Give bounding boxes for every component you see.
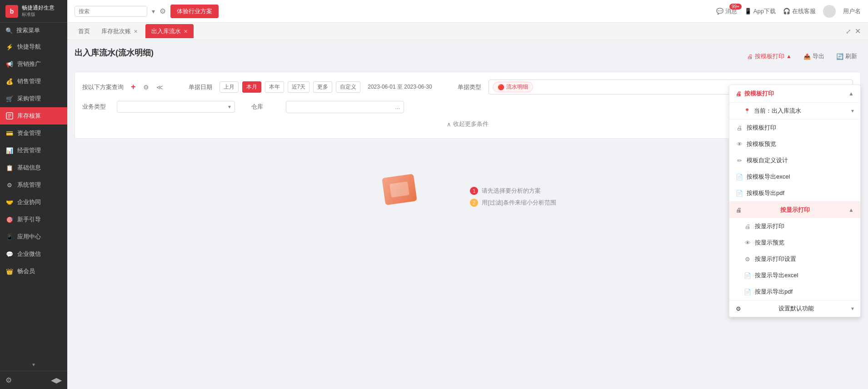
app-download-btn[interactable]: 📱 App下载 xyxy=(744,7,776,15)
filter-settings-icon[interactable]: ⚙ xyxy=(143,84,149,91)
refresh-icon: 🔄 xyxy=(836,53,843,60)
dropdown-display-preview[interactable]: 👁 按显示预览 xyxy=(729,234,860,251)
sidebar-item-system[interactable]: ⚙ 系统管理 xyxy=(0,176,67,194)
tab-inventory-flow-close[interactable]: ✕ xyxy=(184,29,188,35)
online-service-btn[interactable]: 🎧 在线客服 xyxy=(783,7,816,15)
sidebar-item-corp[interactable]: 🤝 企业协同 xyxy=(0,194,67,211)
sidebar-footer: ⚙ ◀▶ xyxy=(0,371,67,389)
page-content: 出入库流水(流水明细) 🖨 按模板打印 ▲ 📤 导出 🔄 刷新 xyxy=(67,40,868,389)
dropdown-collapse-arrow[interactable]: ▲ xyxy=(848,90,854,97)
dropdown-template-pdf[interactable]: 📄 按模板导出pdf xyxy=(729,185,860,201)
biz-type-select[interactable]: ▾ xyxy=(117,101,235,113)
sidebar-item-label: 资金管理 xyxy=(17,129,41,137)
tab-inventory-flow-label: 出入库流水 xyxy=(151,27,181,35)
industry-btn[interactable]: 体验行业方案 xyxy=(170,5,219,18)
collapse-up-icon: ∧ xyxy=(447,121,451,128)
sidebar-item-label: 库存核算 xyxy=(17,112,41,120)
user-avatar[interactable] xyxy=(823,5,836,18)
dropdown-header: 🖨 按模板打印 ▲ xyxy=(729,85,860,103)
export-btn[interactable]: 📤 导出 xyxy=(800,50,828,62)
topbar-dropdown-arrow[interactable]: ▾ xyxy=(152,8,155,15)
warehouse-select[interactable]: ... xyxy=(286,101,404,113)
sidebar-item-sales[interactable]: 💰 销售管理 xyxy=(0,73,67,90)
dropdown-display-section[interactable]: 🖨 按显示打印 ▲ xyxy=(729,202,860,218)
sidebar-item-basic[interactable]: 📋 基础信息 xyxy=(0,159,67,176)
message-btn[interactable]: 💬 消息 99+ xyxy=(716,7,737,15)
tabs-close-icon[interactable]: ✕ xyxy=(855,27,861,35)
scroll-down-arrow[interactable]: ▼ xyxy=(30,360,38,369)
display-pdf-icon: 📄 xyxy=(744,288,751,295)
sidebar-item-operations[interactable]: 📊 经营管理 xyxy=(0,142,67,159)
date-more[interactable]: 更多 xyxy=(313,81,332,93)
dropdown-current[interactable]: 📍 当前：出入库流水 ▾ xyxy=(729,103,860,119)
tabs-resize-icon[interactable]: ⤢ xyxy=(846,28,851,35)
display-section-icon: 🖨 xyxy=(736,207,742,214)
logo-icon: b xyxy=(5,5,18,18)
sidebar-item-finance[interactable]: 💳 资金管理 xyxy=(0,125,67,142)
date-label: 单据日期 xyxy=(189,83,216,91)
main-area: ▾ ⚙ 体验行业方案 💬 消息 99+ 📱 App下载 🎧 在线客服 用户名 首… xyxy=(67,0,868,389)
step2-label: 用[过滤]条件来缩小分析范围 xyxy=(482,199,556,207)
sidebar-item-guide[interactable]: 🎯 新手引导 xyxy=(0,211,67,228)
sidebar-item-label: 系统管理 xyxy=(17,181,41,189)
display-preview-text: 按显示预览 xyxy=(755,239,784,247)
sidebar-item-apps[interactable]: 📱 应用中心 xyxy=(0,228,67,245)
sales-icon: 💰 xyxy=(5,77,14,85)
vip-icon: 👑 xyxy=(5,267,14,275)
marketing-icon: 📢 xyxy=(5,60,14,68)
tab-inventory-flow[interactable]: 出入库流水 ✕ xyxy=(145,24,194,38)
refresh-btn[interactable]: 🔄 刷新 xyxy=(833,50,861,62)
dropdown-display-pdf[interactable]: 📄 按显示导出pdf xyxy=(729,284,860,300)
topbar: ▾ ⚙ 体验行业方案 💬 消息 99+ 📱 App下载 🎧 在线客服 用户名 xyxy=(67,0,868,23)
template-preview-text: 按模板预览 xyxy=(747,140,776,148)
dropdown-display-print[interactable]: 🖨 按显示打印 xyxy=(729,218,860,234)
template-print-btn[interactable]: 🖨 按模板打印 ▲ xyxy=(743,50,795,62)
warehouse-label: 仓库 xyxy=(251,103,279,111)
collapse-icon[interactable]: ◀▶ xyxy=(51,376,62,384)
message-icon: 💬 xyxy=(716,8,723,15)
headset-icon: 🎧 xyxy=(783,8,790,15)
topbar-gear-icon[interactable]: ⚙ xyxy=(160,7,166,15)
biz-type-arrow: ▾ xyxy=(228,104,231,110)
export-label: 导出 xyxy=(813,52,824,60)
search-menu-label: 搜索菜单 xyxy=(16,26,40,35)
dropdown-footer-label: 设置默认功能 xyxy=(778,304,814,313)
dropdown-template-excel[interactable]: 📄 按模板导出excel xyxy=(729,169,860,185)
date-last-month[interactable]: 上月 xyxy=(219,81,239,93)
settings-icon[interactable]: ⚙ xyxy=(5,376,12,384)
tab-inventory-batch-close[interactable]: ✕ xyxy=(134,29,138,35)
display-excel-text: 按显示导出excel xyxy=(755,271,798,279)
tab-inventory-batch[interactable]: 库存批次账 ✕ xyxy=(95,24,144,38)
sidebar-item-vip[interactable]: 👑 畅会员 xyxy=(0,263,67,280)
dropdown-template-print[interactable]: 🖨 按模板打印 xyxy=(729,120,860,136)
purchase-icon: 🛒 xyxy=(5,95,14,103)
sidebar-item-purchase[interactable]: 🛒 采购管理 xyxy=(0,90,67,107)
topbar-search-input[interactable] xyxy=(75,6,147,17)
inventory-icon xyxy=(5,112,14,120)
username[interactable]: 用户名 xyxy=(843,7,861,15)
sidebar-item-quick-nav[interactable]: ⚡ 快捷导航 xyxy=(0,38,67,55)
flow-type-tag-label: 流水明细 xyxy=(506,83,528,91)
dropdown-display-print-settings[interactable]: ⚙ 按显示打印设置 xyxy=(729,251,860,267)
doc-type-label: 单据类型 xyxy=(458,83,485,91)
sidebar-item-marketing[interactable]: 📢 营销推广 xyxy=(0,55,67,73)
filter-collapse-icon[interactable]: ≪ xyxy=(156,84,163,91)
sidebar-item-inventory[interactable]: 库存核算 xyxy=(0,107,67,125)
empty-step-2: 2 用[过滤]条件来缩小分析范围 xyxy=(470,199,556,207)
date-7days[interactable]: 近7天 xyxy=(288,81,310,93)
dropdown-display-excel[interactable]: 📄 按显示导出excel xyxy=(729,267,860,284)
dropdown-template-preview[interactable]: 👁 按模板预览 xyxy=(729,136,860,152)
dropdown-template-custom[interactable]: ✏ 模板自定义设计 xyxy=(729,152,860,169)
dropdown-footer[interactable]: ⚙ 设置默认功能 ▾ xyxy=(729,300,860,317)
app-label: App下载 xyxy=(753,7,776,15)
date-this-year[interactable]: 本年 xyxy=(265,81,284,93)
search-menu[interactable]: 🔍 搜索菜单 xyxy=(0,23,67,38)
template-print-text: 按模板打印 xyxy=(747,124,776,132)
tab-home[interactable]: 首页 xyxy=(75,25,94,38)
date-this-month[interactable]: 本月 xyxy=(242,81,261,93)
filter-add-btn[interactable]: + xyxy=(131,82,136,92)
date-range-display: 2023-06-01 至 2023-06-30 xyxy=(368,83,432,91)
print-dropdown-arrow[interactable]: ▲ xyxy=(786,53,792,60)
sidebar-item-wechat[interactable]: 💬 企业微信 xyxy=(0,245,67,263)
date-custom[interactable]: 自定义 xyxy=(336,81,360,93)
